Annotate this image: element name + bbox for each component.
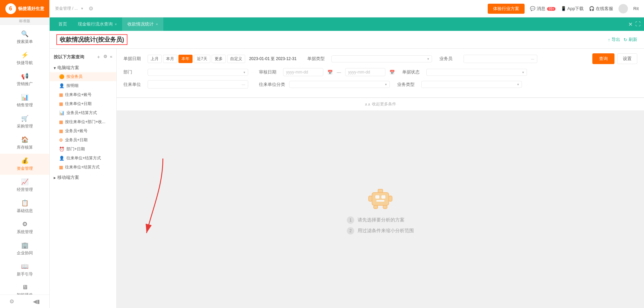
tree-item-salesperson[interactable]: 🟠 按业务员 bbox=[50, 72, 116, 81]
panel-header: 按以下方案查询 ＋ ⚙ « bbox=[50, 52, 116, 62]
page-area: 收款情况统计(按业务员) ↑ 导出 ↻ 刷新 按以下方案查询 ＋ bbox=[50, 31, 644, 308]
logo-label: 畅捷通好生意 bbox=[18, 6, 44, 12]
partner-more-icon[interactable]: ··· bbox=[241, 82, 245, 87]
app-download-label: App下载 bbox=[567, 6, 584, 11]
tree-item-label: 部门+日期 bbox=[66, 146, 85, 152]
tree-item-salesperson-date[interactable]: ⚙ 业务员+日期 bbox=[50, 136, 116, 145]
refresh-button[interactable]: ↻ 刷新 bbox=[624, 37, 637, 43]
collapse-bar[interactable]: ∧∧ 收起更多条件 bbox=[117, 98, 644, 110]
add-scheme-icon[interactable]: ＋ bbox=[96, 54, 101, 60]
tab-bar: 首页 现金银行流水查询 × 收款情况统计 × ✕ ⛶ bbox=[50, 17, 644, 31]
partner-category-select[interactable]: ▾ bbox=[289, 81, 390, 88]
tab-collection[interactable]: 收款情况统计 × bbox=[122, 17, 163, 31]
query-button[interactable]: 查询 bbox=[592, 53, 614, 64]
app-download-button[interactable]: 📱 App下载 bbox=[561, 6, 584, 12]
calendar-end-icon[interactable]: 📅 bbox=[389, 70, 395, 75]
tree-item-dept-date[interactable]: ⏰ 部门+日期 bbox=[50, 145, 116, 154]
sidebar-item-label: 采购管理 bbox=[17, 123, 33, 129]
date-btn-more[interactable]: 更多 bbox=[212, 55, 226, 63]
sidebar-item-label: 库存核算 bbox=[17, 145, 33, 150]
tree-item-label: 业务员+结算方式 bbox=[66, 110, 97, 116]
sidebar-item-finance[interactable]: 💰 资金管理 bbox=[0, 154, 49, 175]
tab-maximize-icon[interactable]: ⛶ bbox=[635, 21, 641, 27]
tree-item-salesperson-account[interactable]: ▦ 业务员+账号 bbox=[50, 126, 116, 136]
tree-item-unit-account[interactable]: ▦ 往来单位+账号 bbox=[50, 90, 116, 99]
filter-actions: 查询 设置 bbox=[592, 53, 637, 64]
sidebar-item-operations[interactable]: 📈 经营管理 bbox=[0, 175, 49, 196]
export-button[interactable]: ↑ 导出 bbox=[608, 37, 621, 43]
tree-item-salesperson-settle[interactable]: 📊 业务员+结算方式 bbox=[50, 108, 116, 117]
calendar-start-icon[interactable]: 📅 bbox=[327, 70, 333, 75]
tree-desktop-group[interactable]: ▾ 电脑端方案 bbox=[50, 63, 116, 72]
settings-footer-icon[interactable]: ⚙ bbox=[9, 298, 14, 305]
business-type-select[interactable]: ▾ bbox=[421, 81, 522, 88]
tree-item-unit-dept[interactable]: ▦ 按往来单位+部门+收... bbox=[50, 117, 116, 126]
tab-home[interactable]: 首页 bbox=[53, 17, 72, 31]
user-avatar bbox=[619, 4, 628, 13]
tree-item-label: 往来单位+日期 bbox=[65, 101, 92, 107]
date-btn-this-year[interactable]: 本年 bbox=[178, 55, 193, 63]
partner-select[interactable]: ··· bbox=[148, 80, 248, 89]
tab-close-all-icon[interactable]: ✕ bbox=[628, 21, 633, 28]
tree-mobile-group[interactable]: ▸ 移动端方案 bbox=[50, 173, 116, 182]
tab-collection-close[interactable]: × bbox=[156, 22, 158, 26]
step-1-number: 1 bbox=[347, 216, 354, 224]
salesperson-more-icon[interactable]: ··· bbox=[531, 56, 534, 61]
tree-item-detail[interactable]: 👤 按明细 bbox=[50, 81, 116, 90]
date-btn-7days[interactable]: 近7天 bbox=[194, 55, 210, 63]
expand-footer-icon[interactable]: ◀▮ bbox=[33, 298, 40, 305]
sidebar: 6 畅捷通好生意 标准版 🔍 搜索菜单 ⚡ 快捷导航 📢 营销推广 📊 销售管理… bbox=[0, 0, 50, 308]
sidebar-menu: 🔍 搜索菜单 ⚡ 快捷导航 📢 营销推广 📊 销售管理 🛒 采购管理 🏠 库存核… bbox=[0, 25, 49, 295]
inventory-icon: 🏠 bbox=[21, 136, 29, 143]
enterprise-icon: 🏢 bbox=[21, 242, 29, 249]
sidebar-item-basic[interactable]: 📋 基础信息 bbox=[0, 196, 49, 217]
tab-controls: ✕ ⛶ bbox=[628, 21, 641, 28]
message-button[interactable]: 💬 消息 99+ bbox=[530, 6, 555, 12]
dropdown-icon[interactable]: ▾ bbox=[81, 6, 83, 11]
voucher-type-select[interactable]: ▾ bbox=[331, 55, 432, 62]
sidebar-item-search[interactable]: 🔍 搜索菜单 bbox=[0, 27, 49, 48]
tab-bank[interactable]: 现金银行流水查询 × bbox=[72, 17, 122, 31]
sidebar-item-enterprise[interactable]: 🏢 企业协同 bbox=[0, 238, 49, 259]
empty-step-1: 1 请先选择要分析的方案 bbox=[347, 216, 414, 224]
tree-item-unit-settle1[interactable]: 👤 往来单位+结算方式 bbox=[50, 154, 116, 163]
sidebar-item-quicknav[interactable]: ⚡ 快捷导航 bbox=[0, 48, 49, 69]
sidebar-item-guide[interactable]: 📖 新手引导 bbox=[0, 259, 49, 280]
svg-rect-8 bbox=[383, 205, 387, 209]
business-type-label: 业务类型 bbox=[397, 82, 417, 88]
sidebar-item-inventory[interactable]: 🏠 库存核算 bbox=[0, 133, 49, 154]
tree-item-icon: ▦ bbox=[59, 129, 63, 134]
sidebar-item-marketing[interactable]: 📢 营销推广 bbox=[0, 69, 49, 90]
date-btn-this-month[interactable]: 本月 bbox=[163, 55, 177, 63]
voucher-status-select[interactable]: ▾ bbox=[426, 69, 527, 76]
trial-button[interactable]: 体验行业方案 bbox=[488, 4, 525, 14]
step-1-text: 请先选择要分析的方案 bbox=[358, 217, 405, 223]
review-date-end-input[interactable]: yyyy-mm-dd bbox=[345, 68, 385, 76]
export-label: 导出 bbox=[611, 37, 620, 43]
collapse-panel-icon[interactable]: « bbox=[110, 54, 112, 60]
filter-area: 单据日期 上月 本月 本年 近7天 更多 自定义 2023-01-01 至 20… bbox=[117, 49, 644, 98]
online-service-button[interactable]: 🎧 在线客服 bbox=[589, 6, 613, 12]
voucher-status-arrow-icon: ▾ bbox=[522, 70, 524, 74]
sidebar-item-sales[interactable]: 📊 销售管理 bbox=[0, 90, 49, 111]
tree-item-unit-date[interactable]: ▦ 往来单位+日期 bbox=[50, 99, 116, 108]
header-left: 资金管理 / ... ▾ ⚙ bbox=[55, 5, 93, 12]
settings-header-icon[interactable]: ⚙ bbox=[89, 5, 93, 12]
settings-button[interactable]: 设置 bbox=[617, 53, 637, 64]
sidebar-item-system[interactable]: ⚙ 系统管理 bbox=[0, 217, 49, 238]
sidebar-item-label: 营销推广 bbox=[17, 81, 33, 87]
review-date-start-input[interactable]: yyyy-mm-dd bbox=[283, 68, 323, 76]
content-area: 按以下方案查询 ＋ ⚙ « ▾ 电脑端方案 🟠 按业务员 bbox=[50, 49, 644, 308]
data-area: 1 请先选择要分析的方案 2 用过滤条件来缩小分析范围 bbox=[117, 110, 644, 308]
manage-scheme-icon[interactable]: ⚙ bbox=[103, 54, 107, 60]
date-range-text: 2023-01-01 至 2023-12-31 bbox=[249, 56, 297, 62]
salesperson-select[interactable]: ··· bbox=[464, 55, 537, 63]
empty-state-icon bbox=[367, 184, 394, 211]
tab-bank-close[interactable]: × bbox=[115, 22, 117, 26]
date-btn-custom[interactable]: 自定义 bbox=[227, 55, 245, 63]
dept-select[interactable]: ▾ bbox=[148, 69, 248, 76]
date-btn-prev-month[interactable]: 上月 bbox=[148, 55, 162, 63]
sidebar-item-purchase[interactable]: 🛒 采购管理 bbox=[0, 111, 49, 133]
sidebar-item-hardware[interactable]: 🖥 智能硬件 bbox=[0, 280, 49, 295]
tree-item-unit-settle2[interactable]: ▦ 往来单位+结算方式 bbox=[50, 163, 116, 172]
